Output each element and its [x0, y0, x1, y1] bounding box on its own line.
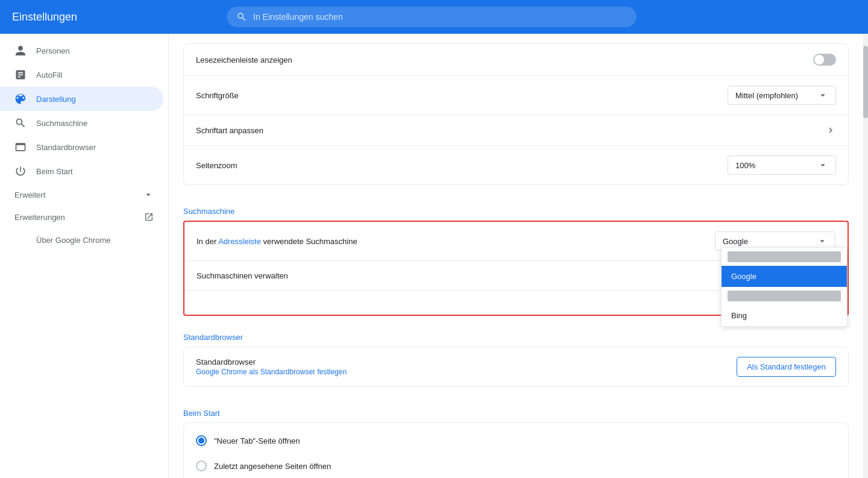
sidebar-item-erweiterungen[interactable]: Erweiterungen [0, 206, 168, 228]
schriftgroesse-label: Schriftgröße [196, 91, 239, 100]
radio-label-neuer-tab: "Neuer Tab"-Seite öffnen [214, 436, 300, 445]
palette-icon [14, 93, 27, 105]
radio-zuletzt[interactable] [196, 461, 207, 471]
search-bar[interactable] [227, 7, 637, 27]
beim-start-card: "Neuer Tab"-Seite öffnen Zuletzt angeseh… [183, 423, 849, 478]
als-standard-button[interactable]: Als Standard festlegen [737, 357, 836, 377]
standard-card-text: Standardbrowser Google Chrome als Standa… [196, 357, 347, 376]
sidebar-label-darstellung: Darstellung [36, 95, 76, 104]
lesezeichen-row: Lesezeichenleiste anzeigen [184, 44, 848, 76]
radio-label-zuletzt: Zuletzt angesehene Seiten öffnen [214, 462, 331, 471]
sidebar-item-autofill[interactable]: AutoFill [0, 63, 163, 87]
schriftgroesse-row: Schriftgröße Mittel (empfohlen) [184, 76, 848, 115]
suchmaschine-heading: Suchmaschine [169, 195, 863, 221]
appearance-card: Lesezeichenleiste anzeigen Schriftgröße … [183, 43, 849, 185]
scrollbar-track[interactable] [863, 34, 868, 478]
chevron-down-icon [817, 160, 828, 171]
schriftart-row[interactable]: Schriftart anpassen [184, 115, 848, 146]
lesezeichen-label: Lesezeichenleiste anzeigen [196, 55, 292, 64]
adressleiste-label: In der Adressleiste verwendete Suchmasch… [197, 237, 357, 246]
sidebar-label-personen: Personen [36, 46, 70, 55]
chevron-right-icon [825, 125, 836, 136]
dropdown-grey-item-1 [728, 251, 841, 262]
standard-title: Standardbrowser [196, 357, 347, 366]
schriftgroesse-select[interactable]: Mittel (empfohlen) [728, 86, 836, 105]
person-icon [14, 45, 27, 57]
seitenzoom-value: 100% [735, 161, 755, 170]
standardbrowser-card: Standardbrowser Google Chrome als Standa… [183, 347, 849, 387]
seitenzoom-select[interactable]: 100% [728, 156, 836, 175]
dropdown-item-bing[interactable]: Bing [722, 305, 847, 326]
browser-icon [14, 141, 27, 153]
seitenzoom-label: Seitenzoom [196, 161, 237, 170]
search-side-icon [14, 117, 27, 129]
scrollbar-thumb[interactable] [863, 46, 868, 118]
seitenzoom-row: Seitenzoom 100% [184, 146, 848, 184]
search-icon [236, 11, 247, 22]
autofill-icon [14, 69, 27, 81]
suchmaschine-value: Google [723, 237, 748, 246]
header: Einstellungen [0, 0, 868, 34]
search-engine-box: In der Adressleiste verwendete Suchmasch… [183, 221, 849, 316]
sidebar-label-erweiterungen: Erweiterungen [14, 213, 65, 222]
lesezeichen-toggle[interactable] [813, 54, 836, 66]
chevron-down-icon [817, 90, 828, 101]
verwalten-label: Suchmaschinen verwalten [197, 271, 288, 280]
sidebar-label-uber: Über Google Chrome [36, 236, 111, 245]
content-area: Lesezeichenleiste anzeigen Schriftgröße … [169, 34, 863, 478]
sidebar-label-erweitert: Erweitert [14, 190, 45, 200]
sidebar: Personen AutoFill Darstellung Suchmaschi… [0, 34, 169, 478]
power-icon [14, 165, 27, 177]
sidebar-label-beim-start: Beim Start [36, 167, 73, 176]
main-layout: Personen AutoFill Darstellung Suchmaschi… [0, 34, 868, 478]
sidebar-label-autofill: AutoFill [36, 71, 62, 80]
search-engine-dropdown[interactable]: Google Bing [721, 247, 848, 327]
chevron-down-icon [817, 236, 828, 247]
beim-start-option-1[interactable]: "Neuer Tab"-Seite öffnen [184, 428, 848, 453]
sidebar-item-suchmaschine[interactable]: Suchmaschine [0, 111, 163, 135]
sidebar-label-suchmaschine: Suchmaschine [36, 119, 87, 128]
sidebar-item-uber[interactable]: Über Google Chrome [0, 228, 163, 252]
header-title: Einstellungen [12, 11, 217, 24]
sidebar-item-standardbrowser[interactable]: Standardbrowser [0, 135, 163, 159]
search-input[interactable] [253, 12, 627, 22]
beim-start-option-2[interactable]: Zuletzt angesehene Seiten öffnen [184, 453, 848, 478]
standard-subtitle: Google Chrome als Standardbrowser festle… [196, 368, 347, 376]
sidebar-item-erweitert[interactable]: Erweitert [0, 183, 168, 206]
adressleiste-link[interactable]: Adressleiste [218, 237, 261, 246]
external-link-icon [144, 212, 154, 222]
schriftgroesse-value: Mittel (empfohlen) [735, 91, 798, 100]
sidebar-label-standardbrowser: Standardbrowser [36, 143, 96, 152]
dropdown-grey-item-2 [728, 291, 841, 301]
chevron-down-icon [143, 189, 154, 200]
dropdown-item-google[interactable]: Google [722, 266, 847, 287]
schriftart-label: Schriftart anpassen [196, 126, 263, 135]
sidebar-item-darstellung[interactable]: Darstellung [0, 87, 163, 111]
radio-neuer-tab[interactable] [196, 435, 207, 446]
sidebar-item-beim-start[interactable]: Beim Start [0, 159, 163, 183]
uber-icon [14, 234, 27, 246]
sidebar-item-personen[interactable]: Personen [0, 39, 163, 63]
beim-start-heading: Beim Start [169, 397, 863, 423]
